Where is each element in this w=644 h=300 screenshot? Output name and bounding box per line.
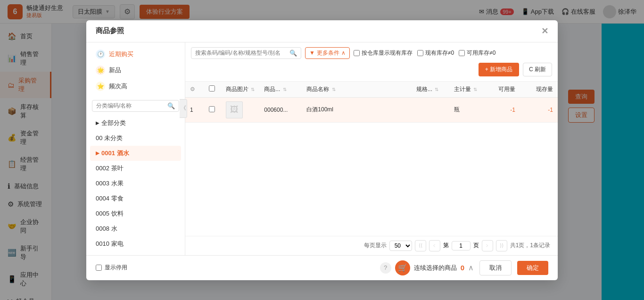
category-item-all[interactable]: ▶ 全部分类: [90, 116, 181, 131]
modal-body: 🕐 近期购买 🌟 新品 ⭐ 频次高 🔍: [86, 42, 558, 255]
table-body: 1 🖼 000600... 白酒100ml 瓶: [185, 97, 558, 122]
category-item-2[interactable]: 0002 茶叶: [90, 161, 181, 176]
sort-icon: ⇅: [283, 87, 287, 92]
category-label: 0001 酒水: [101, 149, 129, 158]
category-label: 0005 饮料: [96, 209, 124, 218]
category-label: 全部分类: [101, 119, 126, 127]
product-reference-modal: 商品参照 ✕ 🕐 近期购买 🌟 新品 ⭐ 频次高: [86, 20, 558, 280]
th-settings: ⚙: [185, 82, 204, 98]
table-row[interactable]: 1 🖼 000600... 白酒100ml 瓶: [185, 97, 558, 122]
row-checkbox[interactable]: [209, 106, 215, 112]
chevron-up-icon: ∧: [341, 50, 346, 56]
cell-num: 1: [185, 97, 204, 122]
tab-recent-label: 近期购买: [109, 50, 133, 58]
refresh-button[interactable]: C 刷新: [523, 63, 552, 76]
filter-action-buttons: + 新增商品 C 刷新: [479, 63, 552, 76]
category-item-6[interactable]: 0008 水: [90, 221, 181, 236]
cancel-button[interactable]: 取消: [479, 260, 512, 275]
search-icon[interactable]: 🔍: [167, 102, 175, 109]
search-icon[interactable]: 🔍: [289, 50, 297, 57]
next-page-button[interactable]: ﹥: [482, 240, 493, 251]
checkbox-warehouse[interactable]: [354, 50, 360, 56]
product-table: ⚙ 商品图片 ⇅ 商品...: [185, 82, 558, 123]
left-tabs: 🕐 近期购买 🌟 新品 ⭐ 频次高: [86, 46, 185, 94]
check-stock-label: 现有库存≠0: [425, 49, 454, 57]
tab-frequent[interactable]: ⭐ 频次高: [90, 78, 181, 94]
cart-count: 0: [461, 264, 464, 272]
show-disabled-check[interactable]: 显示停用: [96, 264, 127, 272]
category-item-3[interactable]: 0003 水果: [90, 176, 181, 191]
modal-overlay: 商品参照 ✕ 🕐 近期购买 🌟 新品 ⭐ 频次高: [0, 0, 644, 300]
category-label: 0008 水: [96, 225, 117, 233]
checkbox-stock[interactable]: [417, 50, 423, 56]
cell-code: 000600...: [259, 97, 302, 122]
category-item-4[interactable]: 0004 零食: [90, 191, 181, 206]
cell-checkbox: [204, 97, 221, 122]
more-conditions-label: 更多条件: [317, 49, 339, 57]
cart-icon[interactable]: 🛒: [395, 260, 410, 275]
product-search-input[interactable]: [195, 50, 289, 56]
category-item-0[interactable]: 00 未分类: [90, 131, 181, 146]
cell-unit: 瓶: [449, 97, 482, 122]
category-item-7[interactable]: 0010 家电: [90, 236, 181, 251]
sort-icon: ⇅: [435, 87, 438, 92]
category-item-5[interactable]: 0005 饮料: [90, 206, 181, 221]
collapse-left-panel-button[interactable]: 《: [180, 99, 187, 118]
product-image: 🖼: [226, 101, 243, 118]
tab-new[interactable]: 🌟 新品: [90, 62, 181, 78]
show-disabled-checkbox[interactable]: [96, 265, 102, 271]
th-checkbox: [204, 82, 221, 98]
th-unit: 主计量 ⇅: [449, 82, 482, 98]
check-stock-nonzero[interactable]: 现有库存≠0: [417, 49, 454, 57]
caret-icon: ▶: [96, 150, 99, 156]
th-code: 商品... ⇅: [259, 82, 302, 98]
confirm-button[interactable]: 确定: [517, 261, 548, 275]
tab-recent[interactable]: 🕐 近期购买: [90, 46, 181, 62]
prev-page-button[interactable]: ﹤: [429, 240, 440, 251]
category-label: 0004 零食: [96, 194, 124, 203]
new-icon: 🌟: [96, 66, 105, 75]
collapse-cart-icon[interactable]: ∧: [468, 263, 474, 272]
modal-close-button[interactable]: ✕: [541, 26, 548, 36]
add-product-button[interactable]: + 新增商品: [479, 63, 519, 76]
page-size-wrap: 每页显示 50: [364, 241, 412, 251]
modal-right-panel: 🔍 ▼ 更多条件 ∧ 按仓库显示现有库存 现: [185, 42, 558, 255]
th-spec: 规格... ⇅: [412, 82, 449, 98]
pagination-bar: 每页显示 50 ⟨⟨ ﹤ 第 页 ﹥ ⟩⟩ 共1页，1条记录: [185, 236, 558, 255]
category-label: 0010 家电: [96, 240, 124, 248]
select-all-checkbox[interactable]: [209, 85, 215, 92]
table-settings-icon[interactable]: ⚙: [190, 86, 195, 92]
checkbox-avail[interactable]: [459, 50, 465, 56]
help-icon[interactable]: ?: [380, 262, 391, 274]
check-avail-label: 可用库存≠0: [467, 49, 495, 57]
filter-icon: ▼: [309, 50, 315, 56]
category-search-input[interactable]: [96, 102, 167, 109]
more-conditions-button[interactable]: ▼ 更多条件 ∧: [305, 47, 350, 59]
total-info: 共1页，1条记录: [510, 242, 550, 250]
category-search: 🔍: [92, 100, 179, 112]
modal-header: 商品参照 ✕: [86, 20, 558, 42]
modal-title: 商品参照: [96, 26, 124, 35]
check-avail-nonzero[interactable]: 可用库存≠0: [459, 49, 495, 57]
modal-left-panel: 🕐 近期购买 🌟 新品 ⭐ 频次高 🔍: [86, 42, 185, 255]
category-list: ▶ 全部分类 00 未分类 ▶ 0001 酒水 0002 茶叶 0003 水果: [86, 116, 185, 251]
th-image: 商品图片 ⇅: [221, 82, 259, 98]
product-search-wrap: 🔍: [191, 47, 301, 59]
sort-icon: ⇅: [473, 87, 477, 92]
per-page-select[interactable]: 50: [389, 241, 412, 251]
cell-avail: -1: [482, 97, 520, 122]
th-stock: 现存量: [520, 82, 558, 98]
category-item-1[interactable]: ▶ 0001 酒水: [90, 146, 181, 161]
check-warehouse-label: 按仓库显示现有库存: [362, 49, 413, 57]
cell-image: 🖼: [221, 97, 259, 122]
freq-icon: ⭐: [96, 82, 105, 91]
page-label-2: 页: [473, 242, 479, 250]
cart-label: 连续选择的商品: [414, 264, 457, 272]
page-number-input[interactable]: [452, 241, 471, 250]
last-page-button[interactable]: ⟩⟩: [496, 240, 507, 251]
check-warehouse[interactable]: 按仓库显示现有库存: [354, 49, 413, 57]
table-header-row: ⚙ 商品图片 ⇅ 商品...: [185, 82, 558, 98]
per-page-label: 每页显示: [364, 242, 387, 250]
cell-name: 白酒100ml: [302, 97, 412, 122]
first-page-button[interactable]: ⟨⟨: [415, 240, 426, 251]
